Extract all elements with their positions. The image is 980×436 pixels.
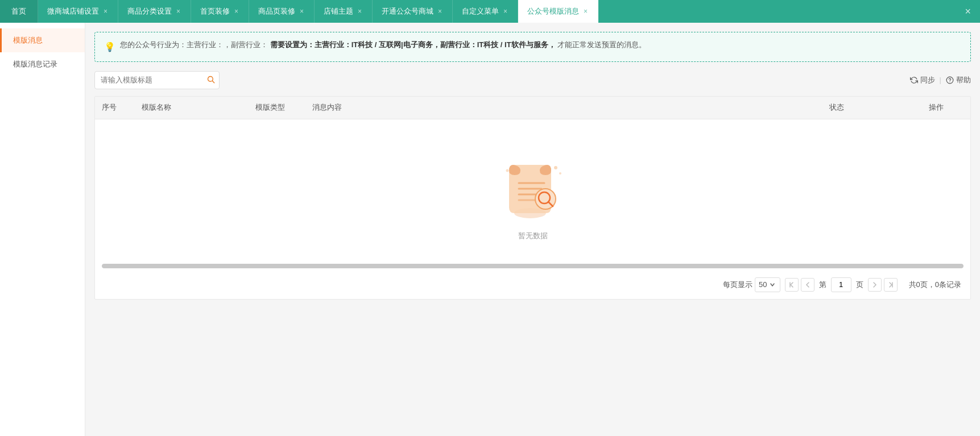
tab-shop-theme[interactable]: 店铺主题 × <box>315 0 373 23</box>
tab-product-decor[interactable]: 商品页装修 × <box>249 0 315 23</box>
search-input[interactable] <box>94 71 220 89</box>
page-size-label: 每页显示 <box>723 280 752 290</box>
tab-open-wechat-shop[interactable]: 开通公众号商城 × <box>373 0 453 23</box>
close-tab-home-decor[interactable]: × <box>233 6 239 16</box>
search-bar: 同步 | 帮助 <box>94 71 971 89</box>
tab-bar-close-all[interactable]: × <box>956 6 980 18</box>
first-page-icon <box>788 281 795 288</box>
th-seq: 序号 <box>95 102 135 113</box>
prev-page-icon <box>804 281 811 288</box>
page-navigation: 第 页 <box>785 277 898 292</box>
th-action: 操作 <box>902 102 970 113</box>
th-name: 模版名称 <box>135 102 249 113</box>
next-page-icon <box>871 281 878 288</box>
tab-product-category[interactable]: 商品分类设置 × <box>118 0 191 23</box>
next-page-button[interactable] <box>868 278 882 292</box>
scrollbar-thumb <box>102 264 964 268</box>
prev-page-button[interactable] <box>801 278 814 292</box>
help-icon <box>946 76 954 84</box>
close-tab-product-decor[interactable]: × <box>299 6 305 16</box>
svg-line-1 <box>212 81 214 82</box>
tab-home-decor[interactable]: 首页装修 × <box>191 0 249 23</box>
page-size-dropdown[interactable]: 50 <box>755 277 780 292</box>
sync-icon <box>910 76 918 84</box>
horizontal-scrollbar[interactable] <box>102 264 964 268</box>
last-page-button[interactable] <box>884 278 898 292</box>
svg-point-14 <box>506 169 508 172</box>
empty-svg <box>499 153 567 227</box>
tab-home-label: 首页 <box>11 6 26 16</box>
search-left <box>94 71 220 89</box>
notice-text: 您的公众号行业为：主营行业：，副营行业： 需要设置为：主营行业：IT科技 / 互… <box>120 39 646 51</box>
tab-home-decor-label: 首页装修 <box>200 6 230 16</box>
sidebar-item-template-message-log[interactable]: 模版消息记录 <box>0 52 85 76</box>
content-area: 💡 您的公众号行业为：主营行业：，副营行业： 需要设置为：主营行业：IT科技 /… <box>85 23 980 436</box>
notice-icon: 💡 <box>104 40 115 55</box>
svg-point-13 <box>559 172 561 175</box>
empty-illustration <box>499 153 567 222</box>
tab-home[interactable]: 首页 <box>0 0 38 23</box>
search-right: 同步 | 帮助 <box>910 75 971 85</box>
sidebar-item-template-message[interactable]: 模版消息 <box>0 28 85 52</box>
data-table: 序号 模版名称 模版类型 消息内容 状态 操作 <box>94 96 971 300</box>
search-icon <box>206 75 215 84</box>
th-content: 消息内容 <box>305 102 822 113</box>
tab-product-decor-label: 商品页装修 <box>258 6 295 16</box>
notice-highlight: 需要设置为：主营行业：IT科技 / 互联网|电子商务，副营行业：IT科技 / I… <box>270 40 556 49</box>
tab-shop-settings[interactable]: 微商城店铺设置 × <box>38 0 118 23</box>
tab-template-message[interactable]: 公众号模版消息 × <box>518 0 598 23</box>
tab-open-wechat-shop-label: 开通公众号商城 <box>382 6 433 16</box>
page-suffix: 页 <box>856 280 863 290</box>
search-button[interactable] <box>206 75 215 85</box>
close-tab-custom-menu[interactable]: × <box>502 6 508 16</box>
pagination: 每页显示 50 <box>95 271 970 299</box>
close-tab-product-category[interactable]: × <box>175 6 181 16</box>
sidebar: 模版消息 模版消息记录 <box>0 23 85 436</box>
empty-text: 暂无数据 <box>518 231 548 241</box>
page-size-select: 每页显示 50 <box>723 277 780 292</box>
close-tab-template-message[interactable]: × <box>582 6 589 16</box>
svg-point-12 <box>554 166 557 169</box>
tab-custom-menu-label: 自定义菜单 <box>462 6 499 16</box>
total-info: 共0页，0条记录 <box>909 280 961 290</box>
main-layout: 模版消息 模版消息记录 💡 您的公众号行业为：主营行业：，副营行业： 需要设置为… <box>0 23 980 436</box>
empty-state: 暂无数据 <box>95 119 970 264</box>
page-label: 第 <box>819 280 826 290</box>
chevron-down-icon <box>770 282 775 288</box>
tab-custom-menu[interactable]: 自定义菜单 × <box>453 0 518 23</box>
notice-box: 💡 您的公众号行业为：主营行业：，副营行业： 需要设置为：主营行业：IT科技 /… <box>94 32 971 62</box>
tab-shop-settings-label: 微商城店铺设置 <box>47 6 99 16</box>
tab-shop-theme-label: 店铺主题 <box>324 6 353 16</box>
first-page-button[interactable] <box>785 278 799 292</box>
close-tab-shop-theme[interactable]: × <box>357 6 363 16</box>
tab-bar: 首页 微商城店铺设置 × 商品分类设置 × 首页装修 × 商品页装修 × 店铺主… <box>0 0 980 23</box>
help-button[interactable]: 帮助 <box>946 75 971 85</box>
close-tab-shop-settings[interactable]: × <box>102 6 109 16</box>
last-page-icon <box>887 281 894 288</box>
sync-button[interactable]: 同步 <box>910 75 935 85</box>
th-type: 模版类型 <box>249 102 305 113</box>
tab-product-category-label: 商品分类设置 <box>127 6 172 16</box>
th-status: 状态 <box>822 102 902 113</box>
table-header: 序号 模版名称 模版类型 消息内容 状态 操作 <box>95 97 970 119</box>
tab-template-message-label: 公众号模版消息 <box>527 6 579 16</box>
divider: | <box>940 76 941 84</box>
close-tab-open-wechat-shop[interactable]: × <box>437 6 443 16</box>
search-input-wrap <box>94 71 220 89</box>
page-input[interactable] <box>831 277 851 292</box>
